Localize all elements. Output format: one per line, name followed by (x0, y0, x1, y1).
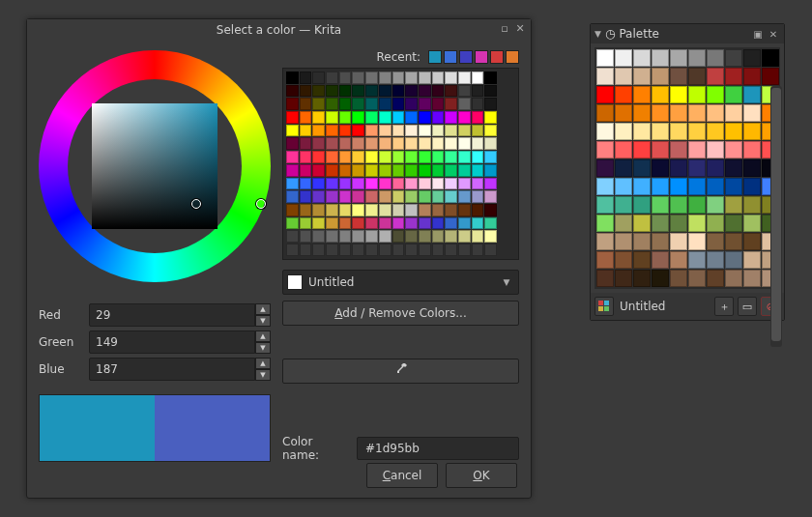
swatch[interactable] (286, 151, 299, 163)
palette-combo[interactable]: Untitled ▼ (282, 270, 519, 295)
palette-swatch[interactable] (670, 233, 687, 250)
palette-swatch[interactable] (743, 68, 761, 85)
swatch[interactable] (312, 111, 325, 124)
swatch[interactable] (472, 111, 484, 124)
palette-swatch[interactable] (743, 233, 761, 250)
swatch[interactable] (312, 85, 325, 98)
swatch[interactable] (312, 178, 325, 190)
swatch[interactable] (392, 111, 405, 124)
palette-swatch[interactable] (596, 251, 614, 269)
close-icon[interactable]: ✕ (513, 22, 527, 36)
swatch[interactable] (365, 204, 378, 216)
swatch[interactable] (352, 204, 364, 216)
swatch[interactable] (472, 151, 484, 163)
scrollbar[interactable] (770, 86, 782, 347)
swatch[interactable] (300, 111, 312, 124)
swatch[interactable] (432, 204, 445, 216)
swatch[interactable] (458, 98, 471, 110)
palette-swatch[interactable] (743, 104, 761, 122)
recent-swatch[interactable] (506, 50, 519, 64)
swatch[interactable] (326, 72, 338, 84)
swatch[interactable] (419, 137, 431, 150)
color-name-input[interactable] (357, 437, 519, 460)
swatch[interactable] (286, 85, 299, 98)
swatch[interactable] (326, 190, 338, 203)
palette-swatch[interactable] (596, 159, 614, 177)
swatch[interactable] (326, 164, 338, 177)
swatch[interactable] (312, 137, 325, 150)
palette-swatch[interactable] (615, 215, 632, 232)
palette-swatch[interactable] (688, 178, 706, 195)
swatch[interactable] (286, 204, 299, 216)
palette-swatch[interactable] (633, 104, 651, 122)
swatch[interactable] (445, 204, 457, 216)
swatch[interactable] (286, 244, 299, 256)
titlebar[interactable]: Select a color — Krita ▫ ✕ (27, 19, 531, 41)
swatch[interactable] (300, 204, 312, 216)
swatch[interactable] (365, 190, 378, 203)
palette-swatch[interactable] (707, 104, 724, 122)
swatch[interactable] (484, 151, 497, 163)
swatch[interactable] (365, 72, 378, 84)
swatch[interactable] (392, 151, 405, 163)
swatch[interactable] (379, 204, 392, 216)
swatch[interactable] (300, 125, 312, 137)
palette-swatch[interactable] (633, 86, 651, 103)
palette-swatch[interactable] (762, 49, 779, 67)
swatch[interactable] (484, 244, 497, 256)
swatch[interactable] (392, 178, 405, 190)
palette-swatch[interactable] (725, 270, 742, 287)
palette-swatch[interactable] (707, 49, 724, 67)
float-icon[interactable]: ▣ (751, 27, 765, 41)
palette-swatch[interactable] (670, 86, 687, 103)
palette-swatch[interactable] (615, 251, 632, 269)
swatch[interactable] (339, 190, 352, 203)
swatch[interactable] (326, 217, 338, 230)
palette-swatch[interactable] (725, 141, 742, 158)
swatch[interactable] (365, 151, 378, 163)
swatch[interactable] (405, 190, 418, 203)
swatch[interactable] (300, 190, 312, 203)
palette-swatch[interactable] (670, 178, 687, 195)
swatch[interactable] (339, 178, 352, 190)
palette-swatch[interactable] (743, 123, 761, 140)
swatch[interactable] (352, 244, 364, 256)
swatch[interactable] (432, 151, 445, 163)
swatch[interactable] (484, 85, 497, 98)
swatch[interactable] (339, 98, 352, 110)
swatch[interactable] (286, 190, 299, 203)
swatch[interactable] (286, 217, 299, 230)
recent-swatch[interactable] (444, 50, 457, 64)
swatch[interactable] (419, 151, 431, 163)
swatch[interactable] (405, 230, 418, 243)
swatch[interactable] (379, 111, 392, 124)
swatch[interactable] (419, 190, 431, 203)
palette-swatch[interactable] (596, 49, 614, 67)
swatch[interactable] (365, 230, 378, 243)
palette-swatch[interactable] (652, 270, 669, 287)
swatch[interactable] (445, 217, 457, 230)
swatch[interactable] (392, 164, 405, 177)
palette-swatch[interactable] (652, 141, 669, 158)
palette-swatch[interactable] (725, 123, 742, 140)
swatch[interactable] (339, 137, 352, 150)
swatch[interactable] (352, 178, 364, 190)
swatch[interactable] (326, 125, 338, 137)
swatch[interactable] (326, 98, 338, 110)
swatch[interactable] (365, 244, 378, 256)
scroll-thumb[interactable] (771, 88, 781, 341)
swatch[interactable] (312, 125, 325, 137)
palette-grid[interactable] (594, 47, 780, 289)
palette-swatch[interactable] (596, 123, 614, 140)
swatch[interactable] (300, 72, 312, 84)
palette-swatch[interactable] (596, 178, 614, 195)
swatch[interactable] (405, 178, 418, 190)
swatch[interactable] (286, 137, 299, 150)
palette-swatch[interactable] (688, 270, 706, 287)
hue-cursor[interactable] (256, 199, 266, 209)
palette-swatch[interactable] (725, 251, 742, 269)
palette-swatch[interactable] (725, 178, 742, 195)
swatch[interactable] (419, 230, 431, 243)
swatch[interactable] (458, 164, 471, 177)
palette-swatch[interactable] (743, 270, 761, 287)
